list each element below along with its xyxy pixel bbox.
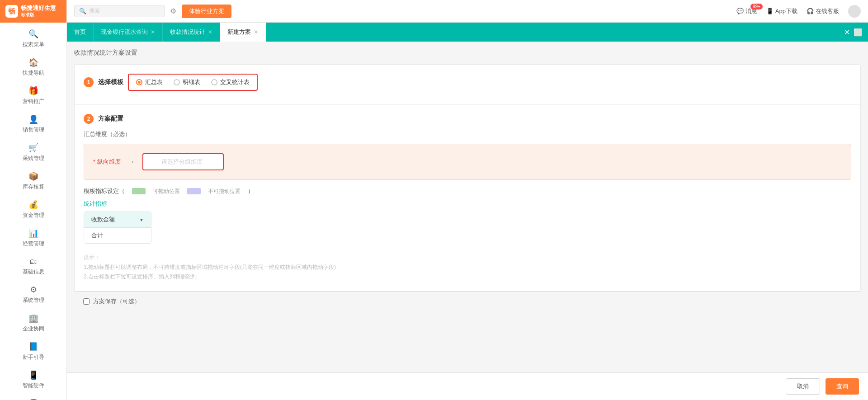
- tabbar: 首页 现金银行流水查询 ✕ 收款情况统计 ✕ 新建方案 ✕ ✕ ⬜: [67, 23, 868, 42]
- logo-sub: 标准版: [21, 12, 56, 18]
- metrics-hint: 模板指标设定（ 可拖动位置 不可拖动位置 ）: [84, 187, 851, 195]
- radio-summary[interactable]: [136, 79, 142, 85]
- dimension-select[interactable]: 请选择分组维度: [142, 153, 224, 170]
- support-icon: 🎧: [807, 8, 814, 14]
- tab-receipt-label: 收款情况统计: [170, 28, 205, 36]
- footer-save: 方案保存（可选）: [74, 292, 861, 311]
- box-icon: 📦: [28, 171, 38, 181]
- dimension-row: * 纵向维度 → 请选择分组维度: [93, 153, 842, 170]
- notification-item[interactable]: 💬 消息 99+: [736, 7, 757, 15]
- section1: 1 选择模板 汇总表 明细表 交叉统计表: [75, 65, 860, 104]
- sidebar-item-label: 企业协同: [23, 325, 44, 333]
- fixed-hint-label: 不可拖动位置: [208, 188, 241, 195]
- sidebar-item-label: 销售管理: [23, 126, 44, 134]
- folder-icon: 🗂: [29, 257, 38, 266]
- sidebar-item-label: 采购管理: [23, 155, 44, 162]
- fixed-hint-box: [187, 188, 201, 194]
- notification-badge: 99+: [750, 4, 763, 9]
- book-icon: 📘: [28, 342, 38, 352]
- sidebar-item-hardware[interactable]: 📱 智能硬件: [0, 366, 66, 394]
- page-title: 收款情况统计方案设置: [74, 49, 861, 57]
- option-detail[interactable]: 明细表: [174, 78, 200, 86]
- metrics-table: 收款金额 ▼ 合计: [84, 212, 151, 244]
- metrics-header-text: 收款金额: [91, 216, 115, 224]
- search-menu-icon: 🔍: [28, 29, 38, 39]
- support-item[interactable]: 🎧 在线客服: [807, 7, 839, 15]
- gear-icon: ⚙: [30, 285, 37, 295]
- save-checkbox[interactable]: [83, 298, 90, 305]
- dimension-row-label: * 纵向维度: [93, 158, 121, 166]
- sidebar-nav: 🔍 搜索菜单 🏠 快捷导航 🎁 营销推广 👤 销售管理 🛒 采购管理 📦 库存核…: [0, 23, 66, 400]
- notification-icon: 💬: [736, 8, 744, 14]
- draggable-hint-label: 可拖动位置: [153, 188, 180, 195]
- sidebar-item-purchase[interactable]: 🛒 采购管理: [0, 138, 66, 167]
- save-label: 方案保存（可选）: [93, 297, 140, 306]
- radio-cross[interactable]: [211, 79, 217, 85]
- metrics-header[interactable]: 收款金额 ▼: [84, 212, 151, 228]
- sidebar-item-label: 智能硬件: [23, 382, 44, 390]
- download-icon: 📱: [766, 8, 774, 14]
- close-window-icon[interactable]: ✕: [844, 28, 850, 37]
- tab-bank-label: 现金银行流水查询: [101, 28, 148, 36]
- option-cross-label: 交叉统计表: [220, 78, 250, 86]
- arrow-icon: →: [128, 158, 135, 166]
- option-summary[interactable]: 汇总表: [136, 78, 163, 86]
- dimension-subsection: 汇总维度（必选） * 纵向维度 → 请选择分组维度: [84, 130, 851, 180]
- money-icon: 💰: [28, 200, 38, 210]
- cancel-button[interactable]: 取消: [786, 378, 820, 395]
- draggable-hint-box: [132, 188, 146, 194]
- tips-section: 提示： 1.拖动标题栏可以调整布局，不可跨维度或指标区域拖动栏目字段(只能在同一…: [84, 253, 851, 282]
- sidebar-item-enterprise[interactable]: 🏢 企业协同: [0, 309, 66, 337]
- topbar-right: 💬 消息 99+ 📱 App下载 🎧 在线客服: [736, 5, 861, 18]
- logo-icon: 畅: [5, 5, 18, 18]
- tab-new[interactable]: 新建方案 ✕: [220, 23, 266, 42]
- metrics-config-label: 模板指标设定（: [84, 187, 125, 195]
- radio-detail[interactable]: [174, 79, 180, 85]
- search-icon: 🔍: [79, 8, 86, 14]
- tab-home[interactable]: 首页: [67, 23, 94, 42]
- settings-icon[interactable]: ⚙: [170, 7, 176, 15]
- sidebar-item-label: 快捷导航: [23, 69, 44, 77]
- download-item[interactable]: 📱 App下载: [766, 7, 797, 15]
- tab-bank-close[interactable]: ✕: [151, 29, 155, 35]
- home-icon: 🏠: [28, 57, 38, 67]
- main-card: 1 选择模板 汇总表 明细表 交叉统计表: [74, 64, 861, 292]
- step1-header: 1 选择模板 汇总表 明细表 交叉统计表: [84, 74, 851, 91]
- industry-btn[interactable]: 体验行业方案: [182, 5, 231, 18]
- sidebar-item-quicknav[interactable]: 🏠 快捷导航: [0, 53, 66, 81]
- step2-header: 2 方案配置: [84, 114, 851, 124]
- sidebar-item-marketing[interactable]: 🎁 营销推广: [0, 81, 66, 110]
- option-summary-label: 汇总表: [145, 78, 163, 86]
- main-area: 🔍 搜索 ⚙ 体验行业方案 💬 消息 99+ 📱 App下载 🎧 在线客服 首页: [67, 0, 868, 400]
- chevron-down-icon[interactable]: ▼: [139, 217, 144, 222]
- metrics-subsection: 模板指标设定（ 可拖动位置 不可拖动位置 ） 统计指标 收款金额 ▼ 合计: [84, 187, 851, 244]
- sidebar-item-label: 库存核算: [23, 183, 44, 191]
- sidebar-item-search[interactable]: 🔍 搜索菜单: [0, 24, 66, 53]
- tab-bank[interactable]: 现金银行流水查询 ✕: [94, 23, 163, 42]
- sidebar-item-label: 搜索菜单: [23, 41, 44, 48]
- gift-icon: 🎁: [28, 86, 38, 96]
- tab-receipt-close[interactable]: ✕: [208, 29, 212, 35]
- sidebar-item-finance[interactable]: 💰 资金管理: [0, 195, 66, 224]
- option-cross[interactable]: 交叉统计表: [211, 78, 250, 86]
- topbar-search[interactable]: 🔍 搜索: [74, 5, 165, 17]
- sidebar-item-guide[interactable]: 📘 新手引导: [0, 337, 66, 366]
- tab-new-close[interactable]: ✕: [254, 29, 258, 35]
- chart-icon: 📊: [28, 228, 38, 238]
- building-icon: 🏢: [28, 313, 38, 323]
- logo-text: 畅捷通好生意: [21, 5, 56, 12]
- step1-num: 1: [84, 77, 94, 87]
- query-button[interactable]: 查询: [826, 378, 859, 395]
- dimension-area: * 纵向维度 → 请选择分组维度: [84, 144, 851, 180]
- sidebar-item-sales[interactable]: 👤 销售管理: [0, 110, 66, 138]
- sidebar-item-operation[interactable]: 📊 经营管理: [0, 224, 66, 252]
- sidebar-item-system[interactable]: ⚙ 系统管理: [0, 280, 66, 309]
- sidebar-item-wechat[interactable]: 💬 企业微信: [0, 394, 66, 400]
- sidebar-item-basic[interactable]: 🗂 基础信息: [0, 252, 66, 280]
- step2-title: 方案配置: [98, 115, 123, 123]
- tabbar-controls: ✕ ⬜: [844, 28, 868, 37]
- maximize-icon[interactable]: ⬜: [854, 28, 863, 37]
- tab-receipt[interactable]: 收款情况统计 ✕: [163, 23, 220, 42]
- user-avatar[interactable]: [848, 5, 861, 18]
- sidebar-item-inventory[interactable]: 📦 库存核算: [0, 167, 66, 195]
